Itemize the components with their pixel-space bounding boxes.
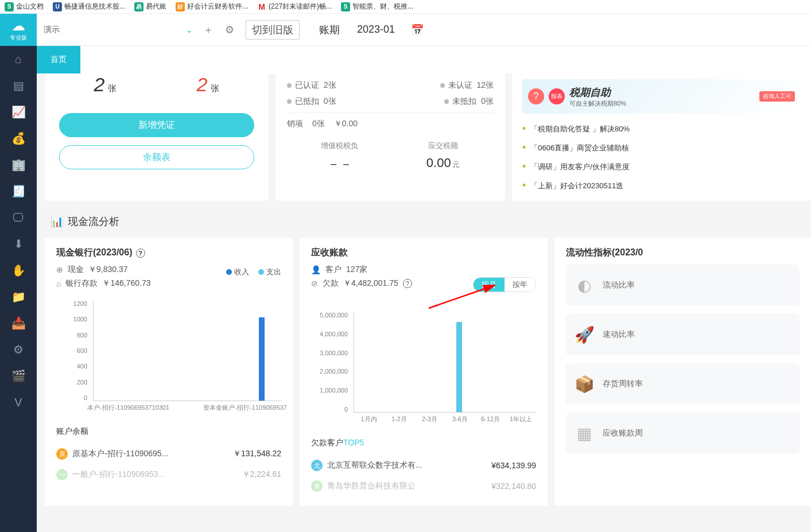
- rocket-icon: 🚀: [574, 324, 595, 345]
- account-row[interactable]: 一一般户-招行-110906953...￥2,224.61: [56, 464, 281, 485]
- bookmark-label: 金山文档: [16, 2, 44, 11]
- bookmark-item[interactable]: 好好会计云财务软件...: [176, 2, 248, 11]
- ytick: 0: [56, 394, 91, 401]
- tax-unit: 元: [452, 160, 460, 169]
- voucher-card: 2张 2张 新增凭证 余额表: [45, 73, 269, 201]
- sidebar-v-icon[interactable]: V: [0, 389, 37, 415]
- sidebar-building-icon[interactable]: 🏢: [0, 152, 37, 178]
- report-icon: 报表: [549, 88, 565, 104]
- help-icon[interactable]: ?: [403, 279, 412, 288]
- bookmark-item[interactable]: U畅捷通信息技术股...: [53, 2, 125, 11]
- logo[interactable]: ☁ 专业版: [0, 14, 37, 46]
- bookmark-label: (227封未读邮件)畅...: [269, 2, 332, 11]
- box-icon: 📦: [574, 374, 595, 394]
- liquidity-item[interactable]: ▦应收账款周: [566, 413, 800, 454]
- legend-income: 收入: [226, 267, 249, 277]
- balance-sheet-button[interactable]: 余额表: [59, 145, 254, 169]
- ytick: 1200: [56, 300, 91, 307]
- add-icon[interactable]: ＋: [203, 23, 214, 37]
- toggle-month-button[interactable]: 按月: [474, 278, 505, 292]
- receivable-card: 应收账款 👤客户127家 ⊘欠款￥4,482,001.75? 按月 按年: [300, 238, 548, 506]
- liquidity-card: 流动性指标(2023/0 ◐流动比率 🚀速动比率 📦存货周转率 ▦应收账款周: [554, 238, 811, 506]
- sidebar-download-icon[interactable]: ⬇: [0, 231, 37, 257]
- uncertified-label: 未认证: [448, 80, 472, 90]
- rank-badge: 原: [56, 448, 68, 460]
- sidebar-report-icon[interactable]: 📈: [0, 99, 37, 125]
- switch-old-button[interactable]: 切到旧版: [246, 20, 300, 40]
- news-item[interactable]: 「上新」好会计20230511迭: [522, 176, 801, 195]
- news-banner[interactable]: ? 报表 税期自助 可自主解决税期80% 咨询人工可: [522, 79, 801, 114]
- sidebar-money-icon[interactable]: 💰: [0, 125, 37, 152]
- period-value: 2023-01: [357, 24, 395, 36]
- xtick: 1年以上: [506, 415, 536, 426]
- xtick: 本户-招行-110906953710301: [87, 403, 169, 412]
- content: 2张 2张 新增凭证 余额表 已认证 2张 未认证 12张 已抵扣 0张: [37, 73, 811, 532]
- xtick: 1-2月: [384, 415, 414, 426]
- bank-icon: ⌂: [56, 279, 61, 288]
- consult-button[interactable]: 咨询人工可: [759, 91, 795, 102]
- receivable-title: 应收账款: [311, 247, 536, 259]
- ytick: 800: [56, 332, 91, 339]
- bookmark-item[interactable]: S智能票、财、税推...: [341, 2, 413, 11]
- tax-label: 应交税额: [426, 141, 460, 151]
- ytick: 400: [56, 363, 91, 370]
- account-balance-title: 账户余额: [56, 426, 281, 437]
- sidebar-bill-icon[interactable]: 🧾: [0, 178, 37, 204]
- dot-icon: [287, 83, 292, 88]
- news-item[interactable]: 「调研」用友客户/伙伴满意度: [522, 157, 801, 176]
- xtick: 3-6月: [445, 415, 475, 426]
- xtick: 2-3月: [414, 415, 445, 426]
- sidebar-voucher-icon[interactable]: ▤: [0, 72, 37, 99]
- ytick: 5,000,000: [311, 312, 351, 319]
- top5-row[interactable]: 北北京互帮联众数字技术有...¥634,139.99: [311, 455, 536, 476]
- rank-badge: 青: [311, 480, 323, 492]
- news-item[interactable]: 「税期自助化答疑 」解决80%: [522, 119, 801, 138]
- sidebar-hand-icon[interactable]: ✋: [0, 257, 37, 284]
- bookmark-item[interactable]: 易易代账: [134, 2, 166, 11]
- period-label: 账期: [319, 23, 340, 37]
- account-row[interactable]: 原原基本户-招行-11090695...￥131,548.22: [56, 444, 281, 464]
- gear-icon[interactable]: ⚙: [225, 24, 234, 36]
- deducted-value: 0张: [324, 96, 336, 106]
- sales-label: 销项: [287, 119, 303, 129]
- undeducted-label: 未抵扣: [452, 96, 476, 106]
- customer-value: 127家: [346, 265, 367, 275]
- certified-label: 已认证: [295, 80, 319, 90]
- liquidity-item[interactable]: ◐流动比率: [566, 265, 800, 306]
- liquidity-title: 流动性指标(2023/0: [566, 247, 800, 259]
- voucher-count-2: 2张: [197, 73, 220, 96]
- help-icon[interactable]: ?: [136, 248, 145, 258]
- cash-label: 现金: [68, 265, 84, 275]
- add-voucher-button[interactable]: 新增凭证: [59, 113, 254, 137]
- chart-bar: [456, 322, 462, 413]
- calendar-icon[interactable]: 📅: [411, 24, 424, 36]
- sidebar-home-icon[interactable]: ⌂: [0, 46, 37, 72]
- chart-bar: [259, 317, 265, 401]
- liquidity-item[interactable]: 📦存货周转率: [566, 363, 800, 405]
- receivable-chart: 5,000,000 4,000,000 3,000,000 2,000,000 …: [311, 312, 536, 426]
- sidebar-terminal-icon[interactable]: 🖵: [0, 204, 37, 231]
- bank-label: 银行存款: [65, 278, 98, 289]
- uncertified-value: 12张: [476, 80, 494, 90]
- company-select[interactable]: 演示 ⌄: [44, 20, 193, 40]
- sidebar-settings-icon[interactable]: ⚙: [0, 336, 37, 363]
- tab-home[interactable]: 首页: [37, 46, 80, 73]
- sidebar-video-icon[interactable]: 🎬: [0, 363, 37, 389]
- toggle-year-button[interactable]: 按年: [505, 278, 536, 292]
- ytick: 3,000,000: [311, 350, 351, 356]
- cloud-icon: ☁: [11, 18, 25, 34]
- user-icon: 👤: [311, 265, 321, 274]
- liquidity-item[interactable]: 🚀速动比率: [566, 314, 800, 355]
- bank-value: ￥146,760.73: [102, 278, 150, 289]
- app-header: ☁ 专业版 演示 ⌄ ＋ ⚙ 切到旧版 账期 2023-01 📅: [0, 14, 811, 46]
- sidebar-folder-icon[interactable]: 📁: [0, 284, 37, 310]
- bookmark-item[interactable]: M(227封未读邮件)畅...: [257, 2, 332, 11]
- cash-icon: ⊕: [56, 265, 63, 274]
- vat-label: 增值税税负: [321, 141, 358, 151]
- bookmark-item[interactable]: S金山文档: [5, 2, 44, 11]
- top5-row[interactable]: 青青岛华胜普合科技有限公¥322,140.80: [311, 476, 536, 496]
- ytick: 0: [311, 406, 351, 413]
- bookmark-label: 智能票、财、税推...: [352, 2, 413, 11]
- news-item[interactable]: 「0606直播」商贸企业辅助核: [522, 138, 801, 157]
- sidebar-inbox-icon[interactable]: 📥: [0, 310, 37, 336]
